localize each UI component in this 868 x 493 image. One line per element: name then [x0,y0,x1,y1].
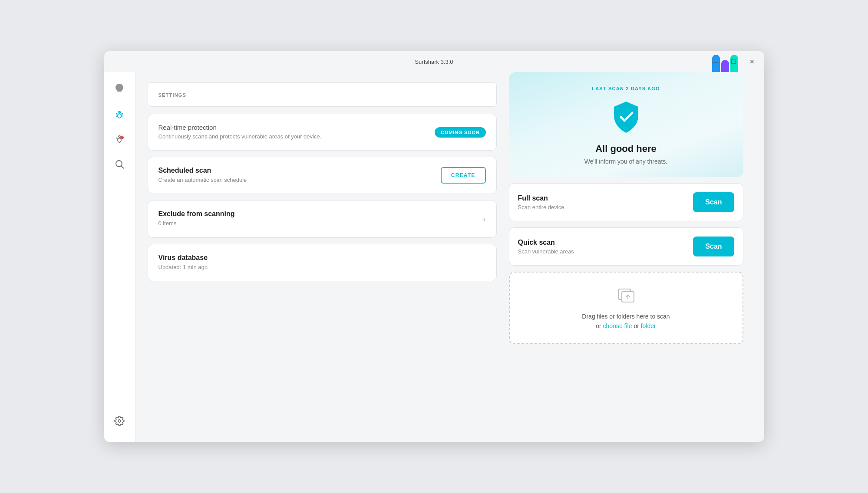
window-title: Surfshark 3.3.0 [415,59,453,65]
scheduled-title: Scheduled scan [158,167,441,174]
svg-point-6 [118,420,121,422]
quick-scan-description: Scan vulnerable areas [518,248,574,255]
exclude-subtitle: 0 items [158,220,483,227]
status-title: All good here [595,143,657,154]
drag-drop-card[interactable]: Drag files or folders here to scan or ch… [509,272,743,344]
svg-point-1 [118,138,121,142]
main-layout: ! [104,72,764,442]
quick-scan-card: Quick scan Scan vulnerable areas Scan [509,227,743,266]
settings-header-card: SETTINGS [148,82,497,107]
scheduled-scan-card: Scheduled scan Create an automatic scan … [148,157,497,194]
realtime-title: Real-time protection [158,124,435,131]
bug-icon [114,110,125,121]
exclude-title: Exclude from scanning [158,210,483,218]
sidebar: ! [104,72,135,442]
sidebar-item-settings[interactable] [109,411,130,431]
status-card: LAST SCAN 2 DAYS AGO All good here We'll… [509,72,743,177]
quick-scan-title: Quick scan [518,239,574,246]
exclude-card-content: Exclude from scanning 0 items [158,210,483,227]
quick-scan-button[interactable]: Scan [693,237,734,256]
scheduled-subtitle: Create an automatic scan schedule [158,176,441,184]
create-schedule-button[interactable]: CREATE [441,167,486,184]
window-controls: — ☐ ✕ [707,51,764,72]
sidebar-logo[interactable] [109,77,130,98]
last-scan-label: LAST SCAN 2 DAYS AGO [592,86,660,91]
left-panel: SETTINGS Real-time protection Continuous… [135,72,509,442]
full-scan-info: Full scan Scan entire device [518,194,564,210]
quick-scan-info: Quick scan Scan vulnerable areas [518,239,574,255]
search-icon [114,159,125,169]
svg-point-0 [118,114,121,118]
settings-header-text: SETTINGS [158,92,187,98]
full-scan-description: Scan entire device [518,204,564,210]
full-scan-button[interactable]: Scan [693,192,734,212]
minimize-button[interactable]: — [707,55,724,69]
drag-drop-text: Drag files or folders here to scan or ch… [582,312,670,331]
chevron-right-icon: › [483,214,486,224]
shield-check-icon [611,100,642,135]
svg-text:!: ! [122,137,122,139]
coming-soon-badge: COMING SOON [435,127,485,138]
realtime-subtitle: Continuously scans and protects vulnerab… [158,133,435,141]
virus-database-card: Virus database Updated: 1 min ago [148,244,497,281]
svg-line-5 [122,166,124,169]
exclude-scanning-card[interactable]: Exclude from scanning 0 items › [148,200,497,237]
virusdb-card-content: Virus database Updated: 1 min ago [158,254,486,271]
drag-drop-icon [616,285,637,306]
choose-folder-link[interactable]: folder [641,322,656,329]
sidebar-item-search[interactable] [109,154,130,174]
drag-drop-or-text: or [596,322,603,329]
gear-icon [114,416,125,426]
right-panel: LAST SCAN 2 DAYS AGO All good here We'll… [509,72,752,442]
virusdb-title: Virus database [158,254,486,262]
content-area: SETTINGS Real-time protection Continuous… [135,72,764,442]
drag-drop-label: Drag files or folders here to scan [582,313,670,320]
choose-file-link[interactable]: choose file [603,322,632,329]
full-scan-title: Full scan [518,194,564,202]
app-window: Surfshark 3.3.0 — ☐ ✕ [104,51,764,442]
sidebar-item-antivirus[interactable] [109,105,130,126]
full-scan-card: Full scan Scan entire device Scan [509,183,743,221]
drag-drop-or2: or [632,322,641,329]
realtime-protection-card: Real-time protection Continuously scans … [148,114,497,151]
status-subtitle: We'll inform you of any threats. [584,158,668,165]
virusdb-subtitle: Updated: 1 min ago [158,263,486,271]
titlebar: Surfshark 3.3.0 — ☐ ✕ [104,51,764,72]
alert-bug-icon: ! [114,135,125,145]
maximize-button[interactable]: ☐ [725,55,743,69]
close-button[interactable]: ✕ [743,55,761,69]
shark-fin-icon [114,82,125,93]
sidebar-item-alerts[interactable]: ! [109,129,130,150]
realtime-card-content: Real-time protection Continuously scans … [158,124,435,141]
svg-point-4 [116,161,122,167]
scheduled-card-content: Scheduled scan Create an automatic scan … [158,167,441,184]
